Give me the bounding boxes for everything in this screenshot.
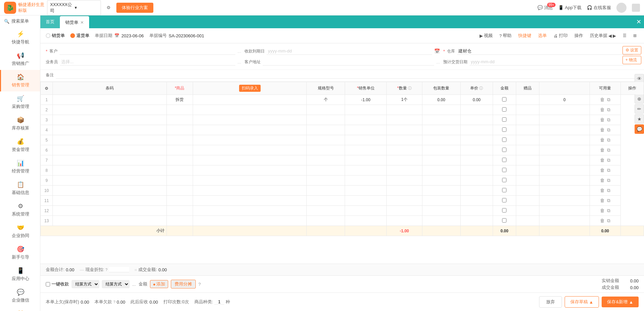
customer-input[interactable] bbox=[60, 47, 235, 55]
row-action[interactable]: 🗑 ⧉ bbox=[590, 115, 621, 125]
sidebar-item-app-center[interactable]: 📱 应用中心 bbox=[0, 264, 40, 285]
row-qty[interactable] bbox=[345, 176, 387, 186]
row-barcode[interactable] bbox=[53, 155, 167, 165]
avatar[interactable] bbox=[616, 3, 627, 13]
row-barcode[interactable] bbox=[53, 206, 167, 216]
row-product[interactable] bbox=[166, 135, 193, 145]
row-barcode[interactable] bbox=[53, 165, 167, 176]
float-chat-btn[interactable]: 💬 bbox=[635, 124, 644, 134]
logistics-side-btn[interactable]: + 物流 bbox=[622, 56, 641, 64]
row-spec[interactable] bbox=[193, 176, 307, 186]
row-price[interactable] bbox=[422, 165, 460, 176]
warehouse-input[interactable] bbox=[457, 47, 633, 55]
row-spec[interactable] bbox=[193, 125, 307, 135]
row-price[interactable] bbox=[422, 216, 460, 226]
row-price[interactable] bbox=[422, 206, 460, 216]
sidebar-item-inventory[interactable]: 📦 库存核算 bbox=[0, 113, 40, 134]
row-barcode[interactable] bbox=[53, 105, 167, 115]
select-btn[interactable]: 选单 bbox=[536, 32, 549, 40]
list-view-btn[interactable]: ☰ bbox=[621, 32, 629, 39]
delete-row-icon[interactable]: 🗑 bbox=[600, 218, 605, 223]
add-payment-btn[interactable]: ● 添加 bbox=[150, 280, 168, 288]
row-qty[interactable] bbox=[345, 135, 387, 145]
close-window-icon[interactable]: ✕ bbox=[636, 18, 641, 26]
discard-button[interactable]: 放弃 bbox=[539, 296, 562, 308]
row-gift[interactable] bbox=[493, 216, 516, 226]
row-spec[interactable] bbox=[193, 135, 307, 145]
row-barcode[interactable] bbox=[53, 176, 167, 186]
table-header-scan[interactable]: 扫码录入 bbox=[193, 82, 307, 95]
sidebar-item-basic-info[interactable]: 📋 基础信息 bbox=[0, 178, 40, 199]
delete-row-icon[interactable]: 🗑 bbox=[600, 157, 605, 163]
print-btn[interactable]: 🖨 打印 bbox=[552, 32, 570, 40]
sidebar-item-marketing[interactable]: 📢 营销推广 bbox=[0, 48, 40, 70]
radio-sales-doc[interactable]: 销货单 bbox=[46, 33, 65, 39]
row-price[interactable] bbox=[422, 105, 460, 115]
row-product[interactable] bbox=[166, 206, 193, 216]
row-action[interactable]: 🗑 ⧉ bbox=[590, 145, 621, 155]
delete-row-icon[interactable]: 🗑 bbox=[600, 147, 605, 153]
sidebar-item-funds[interactable]: 💰 资金管理 bbox=[0, 134, 40, 156]
save-button[interactable]: 保存&新增 ▲ bbox=[602, 297, 639, 307]
sidebar-item-newbie[interactable]: 🎯 新手引导 bbox=[0, 242, 40, 264]
sidebar-item-enterprise[interactable]: 🤝 企业协同 bbox=[0, 221, 40, 242]
row-action[interactable]: 🗑 ⧉ bbox=[590, 216, 621, 226]
copy-row-icon[interactable]: ⧉ bbox=[607, 198, 610, 203]
row-product[interactable] bbox=[166, 176, 193, 186]
notes-input[interactable] bbox=[56, 71, 639, 79]
sidebar-item-sales[interactable]: 🏠 销售管理 bbox=[0, 70, 40, 91]
customer-address-input[interactable] bbox=[263, 58, 434, 66]
shortcut-btn[interactable]: 快捷键 bbox=[516, 32, 533, 40]
row-qty[interactable] bbox=[345, 155, 387, 165]
sidebar-item-quick-nav[interactable]: ⚡ 快捷导航 bbox=[0, 27, 40, 48]
copy-row-icon[interactable]: ⧉ bbox=[607, 137, 610, 143]
copy-row-icon[interactable]: ⧉ bbox=[607, 107, 610, 112]
row-product[interactable] bbox=[166, 125, 193, 135]
row-action[interactable]: 🗑 ⧉ bbox=[590, 155, 621, 165]
row-qty[interactable] bbox=[345, 165, 387, 176]
app-download-btn[interactable]: 📱 App下载 bbox=[558, 5, 581, 11]
delete-row-icon[interactable]: 🗑 bbox=[600, 107, 605, 112]
delete-row-icon[interactable]: 🗑 bbox=[600, 137, 605, 143]
row-action[interactable]: 🗑 ⧉ bbox=[590, 206, 621, 216]
row-price[interactable] bbox=[422, 135, 460, 145]
expense-btn[interactable]: 费用分摊 bbox=[171, 280, 196, 288]
row-price[interactable] bbox=[422, 176, 460, 186]
customer-dots[interactable]: ... bbox=[237, 49, 241, 54]
search-menu[interactable]: 🔍 搜索菜单 bbox=[0, 15, 40, 27]
receivable-cal-icon[interactable]: 📅 bbox=[434, 48, 440, 54]
row-qty[interactable] bbox=[345, 196, 387, 206]
copy-row-icon[interactable]: ⧉ bbox=[607, 97, 610, 102]
settlement-method-select[interactable]: 结算方式 bbox=[72, 280, 99, 288]
copy-row-icon[interactable]: ⧉ bbox=[607, 218, 610, 223]
copy-row-icon[interactable]: ⧉ bbox=[607, 178, 610, 183]
sidebar-item-wechat[interactable]: 💬 企业微信 bbox=[0, 285, 40, 307]
row-spec[interactable] bbox=[193, 165, 307, 176]
delete-row-icon[interactable]: 🗑 bbox=[600, 208, 605, 213]
notification-btn[interactable]: 💬 消息 99+ bbox=[537, 5, 553, 11]
row-product[interactable] bbox=[166, 105, 193, 115]
delete-row-icon[interactable]: 🗑 bbox=[600, 188, 605, 193]
float-edit-btn[interactable]: ✏ bbox=[635, 104, 644, 114]
row-product[interactable] bbox=[166, 216, 193, 226]
row-price[interactable] bbox=[422, 145, 460, 155]
row-product[interactable] bbox=[166, 145, 193, 155]
row-gift[interactable] bbox=[493, 145, 516, 155]
delete-row-icon[interactable]: 🗑 bbox=[600, 97, 605, 102]
receivable-date-input[interactable] bbox=[267, 47, 432, 55]
row-barcode[interactable] bbox=[53, 115, 167, 125]
row-product[interactable] bbox=[166, 115, 193, 125]
user-menu-btn[interactable] bbox=[632, 4, 640, 12]
expected-delivery-input[interactable] bbox=[469, 58, 631, 66]
operate-btn[interactable]: 操作 bbox=[572, 32, 585, 40]
row-qty[interactable] bbox=[345, 206, 387, 216]
row-action[interactable]: 🗑 ⧉ bbox=[590, 135, 621, 145]
sidebar-item-system[interactable]: ⚙ 系统管理 bbox=[0, 199, 40, 221]
row-action[interactable]: 🗑 ⧉ bbox=[590, 186, 621, 196]
grid-view-btn[interactable]: ⊞ bbox=[631, 32, 639, 39]
row-barcode[interactable] bbox=[53, 196, 167, 206]
tab-sales[interactable]: 销货单 ✕ bbox=[60, 16, 89, 29]
row-barcode[interactable] bbox=[53, 216, 167, 226]
row-action[interactable]: 🗑 ⧉ bbox=[590, 196, 621, 206]
row-spec[interactable] bbox=[193, 115, 307, 125]
